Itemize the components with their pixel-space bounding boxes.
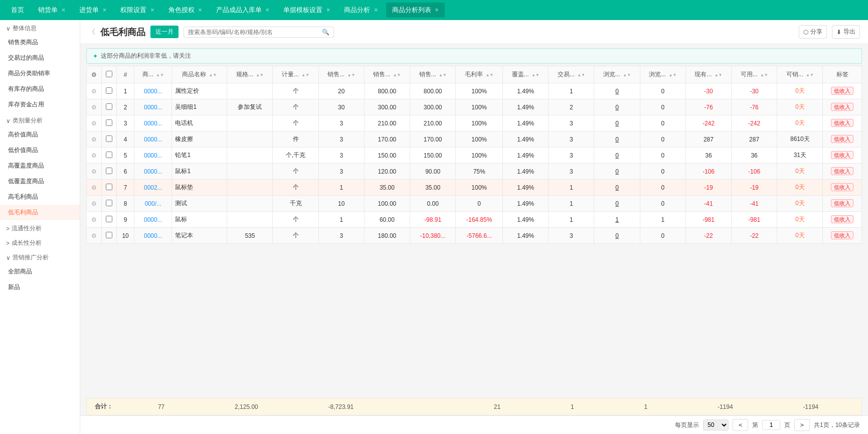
cell-checkbox[interactable] <box>102 99 117 115</box>
cell-checkbox[interactable] <box>102 115 117 131</box>
col-browse2[interactable]: 浏览... ▲▼ <box>640 66 685 83</box>
sidebar-item-stocked-products[interactable]: 有库存的商品 <box>0 81 80 97</box>
sort-sales-count[interactable]: ▲▼ <box>348 73 356 77</box>
sidebar-item-sales-products[interactable]: 销售类商品 <box>0 35 80 50</box>
sidebar-item-traded-products[interactable]: 交易过的商品 <box>0 50 80 66</box>
cell-browse1[interactable]: 0 <box>594 164 640 180</box>
sort-coverage[interactable]: ▲▼ <box>532 73 540 77</box>
sidebar-group-growth[interactable]: > 成长性分析 <box>0 235 80 249</box>
col-name[interactable]: 商品名称 ▲▼ <box>172 66 227 83</box>
nav-permission-settings[interactable]: 权限设置 × <box>114 3 160 18</box>
col-settings[interactable]: ⚙ <box>87 66 102 83</box>
cell-browse1[interactable]: 0 <box>594 148 640 164</box>
cell-browse1[interactable]: 0 <box>594 180 640 196</box>
cell-settings[interactable]: ⚙ <box>87 164 102 180</box>
col-sales-price[interactable]: 销售... ▲▼ <box>364 66 410 83</box>
sort-spec[interactable]: ▲▼ <box>256 73 264 77</box>
sidebar-item-high-value[interactable]: 高价值商品 <box>0 127 80 142</box>
nav-role-auth[interactable]: 角色授权 × <box>162 3 208 18</box>
page-size-select[interactable]: 20 50 100 <box>703 419 729 430</box>
sort-name[interactable]: ▲▼ <box>209 73 217 77</box>
close-product-analysis[interactable]: × <box>374 6 378 14</box>
nav-product-analysis-list[interactable]: 商品分析列表 × <box>386 3 445 18</box>
sort-unit[interactable]: ▲▼ <box>301 73 309 77</box>
page-number-input[interactable] <box>762 420 780 430</box>
sidebar-item-all-products[interactable]: 全部商品 <box>0 264 80 279</box>
search-icon[interactable]: 🔍 <box>322 29 329 36</box>
cell-settings[interactable]: ⚙ <box>87 115 102 131</box>
cell-settings[interactable]: ⚙ <box>87 83 102 99</box>
sidebar-group-category-analysis[interactable]: ∨ 类别量分析 <box>0 112 80 127</box>
sort-browse1[interactable]: ▲▼ <box>623 73 631 77</box>
cell-settings[interactable]: ⚙ <box>87 99 102 115</box>
nav-product-stock-in[interactable]: 产品成品入库单 × <box>210 3 275 18</box>
nav-template-settings[interactable]: 单据模板设置 × <box>277 3 336 18</box>
cell-checkbox[interactable] <box>102 212 117 228</box>
close-product-stock-in[interactable]: × <box>266 6 270 14</box>
cell-settings[interactable]: ⚙ <box>87 131 102 148</box>
close-template-settings[interactable]: × <box>326 6 330 14</box>
cell-browse1[interactable]: 0 <box>594 99 640 115</box>
cell-checkbox[interactable] <box>102 180 117 196</box>
sidebar-item-stock-funds[interactable]: 库存资金占用 <box>0 97 80 112</box>
sort-current-stock[interactable]: ▲▼ <box>715 73 723 77</box>
sort-gross-margin[interactable]: ▲▼ <box>485 73 493 77</box>
search-input[interactable] <box>188 29 319 36</box>
sort-saleable[interactable]: ▲▼ <box>806 73 814 77</box>
cell-checkbox[interactable] <box>102 83 117 99</box>
close-product-analysis-list[interactable]: × <box>435 6 439 14</box>
cell-checkbox[interactable] <box>102 131 117 148</box>
cell-checkbox[interactable] <box>102 228 117 244</box>
cell-settings[interactable]: ⚙ <box>87 228 102 244</box>
sidebar-item-high-coverage[interactable]: 高覆盖度商品 <box>0 158 80 174</box>
cell-browse1[interactable]: 0 <box>594 196 640 212</box>
col-current-stock[interactable]: 现有... ▲▼ <box>685 66 731 83</box>
cell-checkbox[interactable] <box>102 196 117 212</box>
cell-browse1[interactable]: 0 <box>594 83 640 99</box>
date-filter-button[interactable]: 近一月 <box>150 26 179 38</box>
cell-browse1[interactable]: 0 <box>594 115 640 131</box>
sort-browse2[interactable]: ▲▼ <box>669 73 677 77</box>
sort-sales-profit[interactable]: ▲▼ <box>439 73 447 77</box>
close-role-auth[interactable]: × <box>198 6 202 14</box>
sidebar-group-marketing[interactable]: ∨ 营销推广分析 <box>0 249 80 264</box>
col-gross-margin[interactable]: 毛利率 ▲▼ <box>456 66 503 83</box>
nav-purchase-order[interactable]: 进货单 × <box>73 3 112 18</box>
col-available[interactable]: 可用... ▲▼ <box>732 66 777 83</box>
cell-browse1[interactable]: 1 <box>594 212 640 228</box>
sidebar-item-low-coverage[interactable]: 低覆盖度商品 <box>0 174 80 189</box>
col-checkbox[interactable] <box>102 66 117 83</box>
col-browse1[interactable]: 浏览... ▲▼ <box>594 66 640 83</box>
cell-browse1[interactable]: 0 <box>594 228 640 244</box>
sidebar-item-category-assist-rate[interactable]: 商品分类助销率 <box>0 66 80 81</box>
sort-sales-price[interactable]: ▲▼ <box>393 73 401 77</box>
sort-transaction[interactable]: ▲▼ <box>577 73 585 77</box>
cell-settings[interactable]: ⚙ <box>87 148 102 164</box>
cell-checkbox[interactable] <box>102 164 117 180</box>
cell-checkbox[interactable] <box>102 148 117 164</box>
nav-sales-order[interactable]: 销货单 × <box>32 3 71 18</box>
share-button[interactable]: ⬡ 分享 <box>799 25 827 39</box>
cell-settings[interactable]: ⚙ <box>87 196 102 212</box>
prev-page-button[interactable]: ＜ <box>733 419 748 431</box>
nav-home[interactable]: 首页 <box>5 3 30 18</box>
col-sales-count[interactable]: 销售... ▲▼ <box>318 66 364 83</box>
col-saleable[interactable]: 可销... ▲▼ <box>777 66 823 83</box>
select-all-checkbox[interactable] <box>106 71 112 77</box>
col-coverage[interactable]: 覆盖... ▲▼ <box>503 66 549 83</box>
export-button[interactable]: ⬇ 导出 <box>832 25 860 39</box>
next-page-button[interactable]: ＞ <box>794 419 810 431</box>
close-permission-settings[interactable]: × <box>150 6 154 14</box>
sidebar-collapse-icon[interactable]: 《 <box>88 28 95 37</box>
close-sales-order[interactable]: × <box>62 6 66 14</box>
sidebar-item-low-value[interactable]: 低价值商品 <box>0 142 80 158</box>
cell-settings[interactable]: ⚙ <box>87 180 102 196</box>
col-transaction[interactable]: 交易... ▲▼ <box>549 66 594 83</box>
close-purchase-order[interactable]: × <box>103 6 107 14</box>
sidebar-group-circulation[interactable]: > 流通性分析 <box>0 220 80 235</box>
cell-settings[interactable]: ⚙ <box>87 212 102 228</box>
sidebar-item-new-products[interactable]: 新品 <box>0 279 80 295</box>
sidebar-group-overall[interactable]: ∨ 整体信息 <box>0 20 80 35</box>
sidebar-item-low-margin[interactable]: 低毛利商品 <box>0 205 80 220</box>
sort-code[interactable]: ▲▼ <box>156 73 164 77</box>
